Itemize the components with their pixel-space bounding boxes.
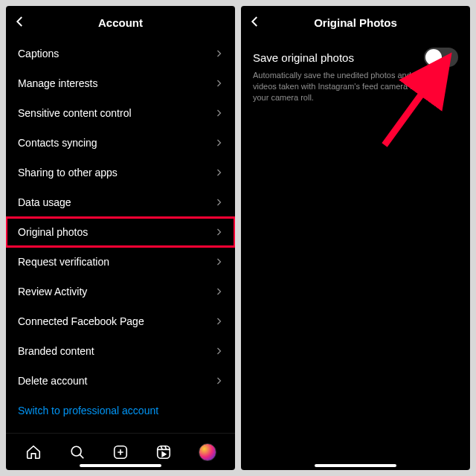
home-indicator: [80, 464, 161, 467]
chevron-right-icon: [214, 49, 223, 58]
chevron-right-icon: [214, 228, 223, 237]
settings-row-original-photos[interactable]: Original photos: [6, 217, 235, 247]
back-button[interactable]: [13, 15, 28, 30]
chevron-right-icon: [214, 347, 223, 356]
reels-icon: [155, 444, 172, 460]
chevron-left-icon: [13, 15, 27, 28]
svg-rect-5: [158, 446, 170, 458]
settings-row-captions[interactable]: Captions: [6, 39, 235, 68]
link-label: Switch to professional account: [18, 405, 158, 416]
settings-row-data-usage[interactable]: Data usage: [6, 187, 235, 217]
settings-row-label: Review Activity: [18, 286, 87, 298]
home-indicator: [315, 464, 396, 467]
settings-row-label: Sensitive content control: [18, 107, 132, 119]
settings-row-contacts-syncing[interactable]: Contacts syncing: [6, 128, 235, 158]
content: Save original photos Automatically save …: [241, 39, 470, 470]
settings-row-label: Captions: [18, 48, 59, 60]
chevron-right-icon: [214, 168, 223, 177]
settings-row-label: Original photos: [18, 226, 88, 238]
settings-row-label: Contacts syncing: [18, 137, 97, 149]
tab-reels[interactable]: [154, 443, 173, 462]
chevron-right-icon: [214, 198, 223, 207]
avatar: [199, 443, 216, 461]
link-add-new-professional-account[interactable]: Add new professional account: [6, 425, 235, 433]
chevron-right-icon: [214, 376, 223, 385]
chevron-right-icon: [214, 138, 223, 147]
page-title: Account: [98, 16, 143, 29]
account-settings-screen: Account CaptionsManage interestsSensitiv…: [6, 6, 235, 470]
tab-search[interactable]: [68, 443, 87, 462]
plus-square-icon: [112, 444, 129, 460]
settings-row-review-activity[interactable]: Review Activity: [6, 277, 235, 306]
settings-row-sharing-to-other-apps[interactable]: Sharing to other apps: [6, 158, 235, 187]
setting-description: Automatically save the unedited photos a…: [253, 70, 458, 103]
link-switch-to-professional-account[interactable]: Switch to professional account: [6, 396, 235, 425]
chevron-right-icon: [214, 287, 223, 296]
toggle-knob: [425, 49, 442, 65]
tab-new-post[interactable]: [111, 443, 130, 462]
settings-row-request-verification[interactable]: Request verification: [6, 247, 235, 277]
settings-row-label: Data usage: [18, 196, 71, 208]
svg-point-0: [71, 446, 81, 456]
save-original-photos-setting: Save original photos Automatically save …: [241, 39, 470, 109]
chevron-right-icon: [214, 317, 223, 326]
save-original-photos-toggle[interactable]: [424, 48, 458, 67]
search-icon: [69, 444, 86, 460]
home-icon: [25, 444, 42, 460]
chevron-right-icon: [214, 79, 223, 88]
page-title: Original Photos: [314, 16, 397, 29]
settings-row-branded-content[interactable]: Branded content: [6, 336, 235, 366]
back-button[interactable]: [248, 15, 263, 30]
setting-title: Save original photos: [253, 51, 354, 64]
settings-list: CaptionsManage interestsSensitive conten…: [6, 39, 235, 433]
settings-row-manage-interests[interactable]: Manage interests: [6, 68, 235, 98]
settings-row-label: Manage interests: [18, 77, 97, 89]
settings-row-label: Delete account: [18, 375, 87, 387]
header: Account: [6, 6, 235, 39]
settings-row-label: Branded content: [18, 345, 94, 357]
settings-row-connected-facebook-page[interactable]: Connected Facebook Page: [6, 306, 235, 336]
tab-home[interactable]: [24, 443, 43, 462]
settings-row-delete-account[interactable]: Delete account: [6, 366, 235, 396]
header: Original Photos: [241, 6, 470, 39]
chevron-right-icon: [214, 109, 223, 118]
tab-profile[interactable]: [198, 443, 217, 462]
chevron-left-icon: [248, 15, 262, 28]
original-photos-screen: Original Photos Save original photos Aut…: [241, 6, 470, 470]
settings-row-label: Connected Facebook Page: [18, 315, 144, 327]
settings-row-label: Request verification: [18, 256, 109, 268]
settings-row-label: Sharing to other apps: [18, 167, 118, 178]
svg-line-1: [80, 454, 83, 458]
settings-row-sensitive-content-control[interactable]: Sensitive content control: [6, 98, 235, 128]
chevron-right-icon: [214, 257, 223, 266]
